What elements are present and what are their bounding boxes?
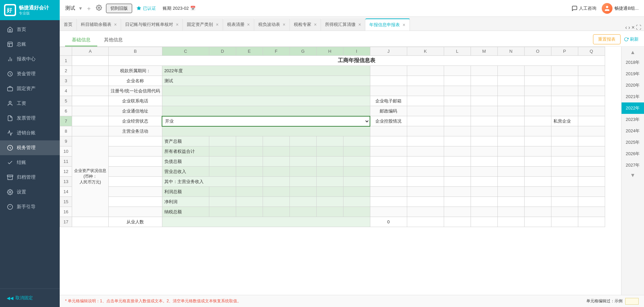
cell-16-I[interactable] <box>343 207 370 217</box>
cell-13-B[interactable] <box>109 177 162 187</box>
col-header-P[interactable]: P <box>551 47 578 56</box>
cell-5-K[interactable] <box>407 96 444 106</box>
col-header-G[interactable]: G <box>289 47 316 56</box>
cell-3-O[interactable] <box>524 76 551 86</box>
cell-16-H[interactable] <box>316 207 343 217</box>
col-header-E[interactable]: E <box>236 47 263 56</box>
cell-14-K[interactable] <box>407 187 444 197</box>
year-item-2026[interactable]: 2026年 <box>622 148 644 160</box>
cell-12-Q[interactable] <box>578 167 605 177</box>
cell-3-M[interactable] <box>471 76 497 86</box>
cell-7-O[interactable] <box>524 116 551 126</box>
cell-13-M[interactable] <box>471 177 497 187</box>
cell-10-E[interactable] <box>236 146 263 157</box>
cell-12-E[interactable] <box>236 167 263 177</box>
cell-14-J[interactable] <box>370 187 407 197</box>
cell-15-F[interactable] <box>263 197 289 207</box>
tab-taxwave[interactable]: 税负波动表 × <box>254 18 290 31</box>
cell-13-C[interactable]: 其中：主营业务收入 <box>162 177 236 187</box>
cell-10-Q[interactable] <box>578 146 605 157</box>
cell-14-I[interactable] <box>343 187 370 197</box>
cell-9-Q[interactable] <box>578 136 605 146</box>
col-header-M[interactable]: M <box>471 47 497 56</box>
cell-10-J[interactable] <box>370 146 407 157</box>
cell-4-P[interactable] <box>551 86 578 96</box>
cell-15-D[interactable] <box>209 197 236 207</box>
sidebar-item-home[interactable]: 首页 <box>0 22 60 37</box>
cell-9-P[interactable] <box>551 136 578 146</box>
tab-prev-button[interactable]: ‹ <box>625 25 627 31</box>
cell-14-P[interactable] <box>551 187 578 197</box>
year-item-2025[interactable]: 2025年 <box>622 137 644 148</box>
cell-17-Q[interactable] <box>578 217 605 227</box>
cell-17-J[interactable]: 0 <box>370 217 407 227</box>
cell-14-F[interactable] <box>263 187 289 197</box>
cell-12-N[interactable] <box>497 167 524 177</box>
cell-7-P[interactable]: 私营企业 <box>551 116 578 126</box>
cell-12-J[interactable] <box>370 167 407 177</box>
col-header-H[interactable]: H <box>316 47 343 56</box>
cell-11-F[interactable] <box>263 157 289 167</box>
cell-3-N[interactable] <box>497 76 524 86</box>
sidebar-item-archive[interactable]: 归档管理 <box>0 170 60 185</box>
cell-12-C[interactable]: 营业总收入 <box>162 167 209 177</box>
cell-14-C[interactable]: 利润总额 <box>162 187 209 197</box>
cell-16-O[interactable] <box>524 207 551 217</box>
cell-6-J[interactable]: 邮政编码 <box>370 106 407 116</box>
cell-2-J[interactable] <box>370 66 407 76</box>
cell-5-O[interactable] <box>524 96 551 106</box>
sidebar-item-wages[interactable]: 工资 <box>0 96 60 111</box>
pin-button[interactable]: ◀◀ 取消固定 <box>3 292 56 304</box>
cell-17-C[interactable] <box>162 217 370 227</box>
calendar-icon[interactable]: 📅 <box>190 6 196 11</box>
cell-3-K[interactable] <box>407 76 444 86</box>
sidebar-item-guide[interactable]: 新手引导 <box>0 200 60 214</box>
cell-15-H[interactable] <box>316 197 343 207</box>
col-header-B[interactable]: B <box>109 47 162 56</box>
cell-13-I[interactable] <box>343 177 370 187</box>
close-tab-aux[interactable]: × <box>114 22 117 27</box>
col-header-Q[interactable]: Q <box>578 47 605 56</box>
cell-14-B[interactable] <box>109 187 162 197</box>
cell-5-M[interactable] <box>471 96 497 106</box>
cell-7-C[interactable]: 开业 注销 吊销 迁出 撤销 <box>162 116 370 126</box>
cell-15-Q[interactable] <box>578 197 605 207</box>
cell-11-Q[interactable] <box>578 157 605 167</box>
cell-9-O[interactable] <box>524 136 551 146</box>
cell-12-D[interactable] <box>209 167 236 177</box>
close-tab-journal[interactable]: × <box>176 22 178 27</box>
cell-16-Q[interactable] <box>578 207 605 217</box>
cell-4-L[interactable] <box>444 86 471 96</box>
cell-2-O[interactable] <box>524 66 551 76</box>
cell-4-Q[interactable] <box>578 86 605 96</box>
cell-15-C[interactable]: 净利润 <box>162 197 209 207</box>
cell-8-C[interactable] <box>162 126 370 136</box>
cell-11-G[interactable] <box>289 157 316 167</box>
cell-15-L[interactable] <box>444 197 471 207</box>
cell-15-P[interactable] <box>551 197 578 207</box>
reset-report-button[interactable]: 重置报表 <box>593 34 621 44</box>
cell-15-J[interactable] <box>370 197 407 207</box>
cell-14-N[interactable] <box>497 187 524 197</box>
cell-9-D[interactable] <box>209 136 236 146</box>
cell-12-B[interactable] <box>109 167 162 177</box>
cell-10-P[interactable] <box>551 146 578 157</box>
cell-6-L[interactable] <box>444 106 471 116</box>
cell-3-L[interactable] <box>444 76 471 86</box>
col-header-K[interactable]: K <box>407 47 444 56</box>
cell-3-C[interactable]: 测试 <box>162 76 370 86</box>
dropdown-arrow-icon[interactable]: ▾ <box>79 5 82 11</box>
cell-14-M[interactable] <box>471 187 497 197</box>
cell-5-Q[interactable] <box>578 96 605 106</box>
cell-15-E[interactable] <box>236 197 263 207</box>
cell-16-C[interactable]: 纳税总额 <box>162 207 209 217</box>
cell-17-B[interactable]: 从业人数 <box>109 217 162 227</box>
cell-16-N[interactable] <box>497 207 524 217</box>
old-version-button[interactable]: 切到旧版 <box>106 4 132 13</box>
cell-17-L[interactable] <box>444 217 471 227</box>
cell-3-J[interactable] <box>370 76 407 86</box>
col-header-O[interactable]: O <box>524 47 551 56</box>
cell-11-H[interactable] <box>316 157 343 167</box>
year-item-2023[interactable]: 2023年 <box>622 114 644 125</box>
cell-9-L[interactable] <box>444 136 471 146</box>
